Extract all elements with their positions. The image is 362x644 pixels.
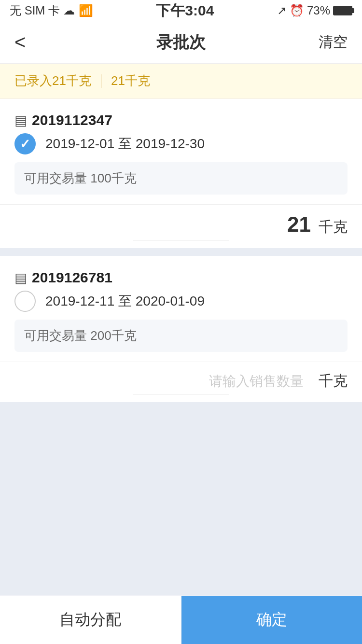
batch-card-1: ▤ 2019112347 2019-12-01 至 2019-12-30 可用交… [0,98,362,248]
batch-2-id-icon: ▤ [14,270,27,286]
batch-1-amount-divider [133,240,229,240]
info-divider [101,74,101,88]
confirm-button[interactable]: 确定 [181,596,362,644]
gray-area [0,402,362,595]
batch-1-id-icon: ▤ [14,112,27,128]
batch-2-radio[interactable] [14,291,36,312]
batch-1-date-row: 2019-12-01 至 2019-12-30 [0,133,362,159]
battery-icon [333,6,352,15]
recorded-amount: 已录入21千克 [14,72,91,89]
batch-card-2: ▤ 2019126781 2019-12-11 至 2020-01-09 可用交… [0,256,362,402]
nav-bar: < 录批次 清空 [0,21,362,64]
batch-2-input-unit: 千克 [319,371,348,391]
batch-2-id: 2019126781 [32,269,112,286]
batch-2-available: 可用交易量 200千克 [14,320,348,352]
wifi-icon: 📶 [79,4,93,17]
location-icon: ↗ [277,4,287,17]
auto-distribute-button[interactable]: 自动分配 [0,596,181,644]
back-button[interactable]: < [14,31,43,53]
total-amount: 21千克 [111,72,150,89]
bottom-bar: 自动分配 确定 [0,596,362,644]
sim-label: 无 SIM 卡 ☁ [10,3,75,18]
alarm-icon: ⏰ [290,4,304,17]
batch-1-header: ▤ 2019112347 [0,98,362,133]
batch-1-available: 可用交易量 100千克 [14,162,348,195]
main-content: ▤ 2019112347 2019-12-01 至 2019-12-30 可用交… [0,98,362,644]
status-bar: 无 SIM 卡 ☁ 📶 下午3:04 ↗ ⏰ 73% [0,0,362,21]
quantity-input[interactable] [166,370,311,390]
status-left: 无 SIM 卡 ☁ 📶 [10,3,93,18]
batch-2-date-row: 2019-12-11 至 2020-01-09 [0,291,362,317]
section-separator [0,248,362,256]
batch-1-radio[interactable] [14,133,36,154]
battery-percent: 73% [307,4,330,17]
batch-2-date: 2019-12-11 至 2020-01-09 [45,292,205,310]
info-banner: 已录入21千克 21千克 [0,64,362,98]
input-underline [133,394,229,394]
batch-1-amount-value: 21 [287,212,311,237]
page-title: 录批次 [156,31,206,54]
batch-2-input-row: 千克 [0,362,362,402]
batch-1-date: 2019-12-01 至 2019-12-30 [45,135,205,153]
status-time: 下午3:04 [156,1,214,21]
batch-1-amount-row: 21 千克 [0,204,362,248]
clear-button[interactable]: 清空 [319,32,348,52]
batch-1-id: 2019112347 [32,112,112,128]
batch-1-amount-unit: 千克 [319,217,348,237]
batch-2-header: ▤ 2019126781 [0,256,362,291]
status-right: ↗ ⏰ 73% [277,4,352,17]
